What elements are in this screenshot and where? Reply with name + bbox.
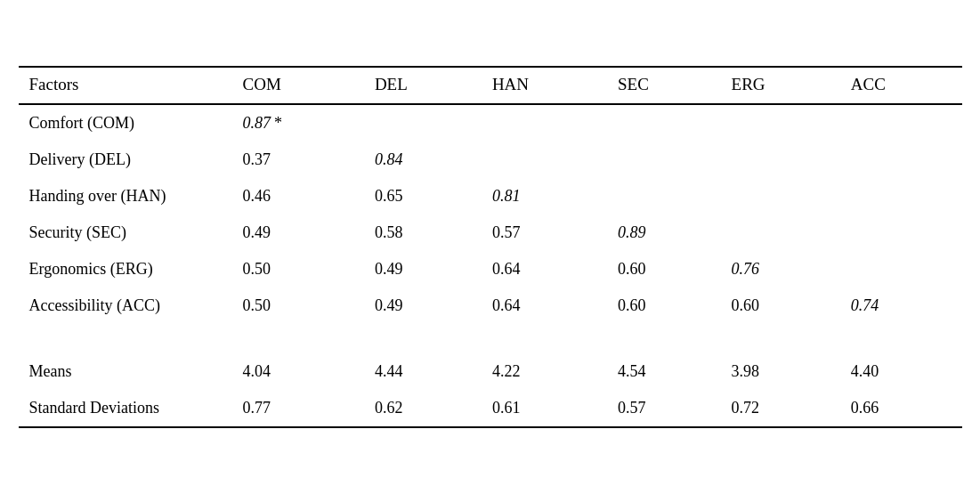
erg-value [721,178,840,215]
header-acc: ACC [840,67,962,104]
acc-value [840,251,962,287]
del-value: 0.49 [364,287,482,324]
correlation-table: Factors COM DEL HAN SEC ERG ACC Comfort … [19,66,962,428]
com-value: 0.50 [232,251,364,287]
acc-value [840,104,962,142]
del-value: 0.58 [364,215,482,251]
han-value: 0.64 [482,251,607,287]
acc-value: 0.74 [840,287,962,324]
sec-value [607,142,720,178]
sec-value [607,178,720,215]
sec-value: 0.89 [607,215,720,251]
std-dev-row: Standard Deviations 0.77 0.62 0.61 0.57 … [19,390,962,427]
means-label: Means [19,353,232,390]
erg-value: 0.60 [721,287,840,324]
header-com: COM [232,67,364,104]
erg-value [721,104,840,142]
table-row: Ergonomics (ERG) 0.50 0.49 0.64 0.60 0.7… [19,251,962,287]
han-value: 0.81 [482,178,607,215]
std-dev-label: Standard Deviations [19,390,232,427]
means-han: 4.22 [482,353,607,390]
diagonal-value: 0.76 [732,260,760,278]
means-acc: 4.40 [840,353,962,390]
table-container: Factors COM DEL HAN SEC ERG ACC Comfort … [19,66,962,428]
del-value [364,104,482,142]
means-com: 4.04 [232,353,364,390]
sec-value: 0.60 [607,251,720,287]
com-value: 0.37 [232,142,364,178]
factor-label: Handing over (HAN) [19,178,232,215]
com-value: 0.49 [232,215,364,251]
asterisk: * [274,114,282,132]
han-value: 0.64 [482,287,607,324]
diagonal-value: 0.74 [851,296,879,314]
spacer-row [19,324,962,353]
std-dev-com: 0.77 [232,390,364,427]
acc-value [840,178,962,215]
han-value [482,142,607,178]
factor-label: Ergonomics (ERG) [19,251,232,287]
header-del: DEL [364,67,482,104]
sec-value: 0.60 [607,287,720,324]
com-value: 0.46 [232,178,364,215]
table-row: Security (SEC) 0.49 0.58 0.57 0.89 [19,215,962,251]
diagonal-value: 0.89 [618,223,646,241]
header-factors: Factors [19,67,232,104]
del-value: 0.49 [364,251,482,287]
std-dev-erg: 0.72 [721,390,840,427]
acc-value [840,215,962,251]
factor-label: Accessibility (ACC) [19,287,232,324]
erg-value: 0.76 [721,251,840,287]
table-row: Handing over (HAN) 0.46 0.65 0.81 [19,178,962,215]
std-dev-sec: 0.57 [607,390,720,427]
han-value [482,104,607,142]
means-sec: 4.54 [607,353,720,390]
means-row: Means 4.04 4.44 4.22 4.54 3.98 4.40 [19,353,962,390]
diagonal-value: 0.81 [492,187,521,205]
diagonal-value: 0.87 [243,114,271,132]
header-erg: ERG [721,67,840,104]
del-value: 0.84 [364,142,482,178]
factor-label: Delivery (DEL) [19,142,232,178]
table-row: Delivery (DEL) 0.37 0.84 [19,142,962,178]
acc-value [840,142,962,178]
header-han: HAN [482,67,607,104]
factor-label: Security (SEC) [19,215,232,251]
com-value: 0.50 [232,287,364,324]
std-dev-del: 0.62 [364,390,482,427]
diagonal-value: 0.84 [375,150,403,168]
header-row: Factors COM DEL HAN SEC ERG ACC [19,67,962,104]
table-row: Accessibility (ACC) 0.50 0.49 0.64 0.60 … [19,287,962,324]
table-row: Comfort (COM) 0.87* [19,104,962,142]
std-dev-han: 0.61 [482,390,607,427]
erg-value [721,142,840,178]
std-dev-acc: 0.66 [840,390,962,427]
means-del: 4.44 [364,353,482,390]
means-erg: 3.98 [721,353,840,390]
erg-value [721,215,840,251]
del-value: 0.65 [364,178,482,215]
han-value: 0.57 [482,215,607,251]
com-value: 0.87* [232,104,364,142]
factor-label: Comfort (COM) [19,104,232,142]
header-sec: SEC [607,67,720,104]
sec-value [607,104,720,142]
